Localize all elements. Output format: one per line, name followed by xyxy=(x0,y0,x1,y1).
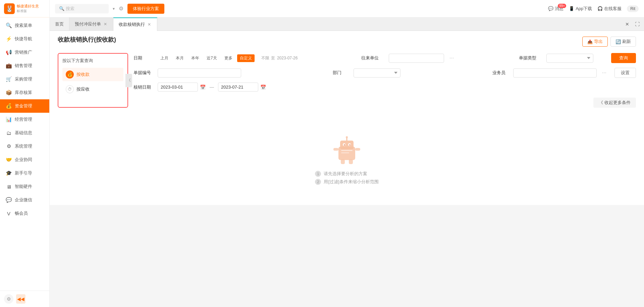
user-avatar[interactable]: Rit xyxy=(627,5,639,12)
verify-date-end-wrap: 2023-07-21 📅 xyxy=(218,83,266,92)
topbar-chevron-icon[interactable]: ▾ xyxy=(113,6,115,11)
svg-rect-10 xyxy=(341,159,345,164)
nav-icon-11: 🎓 xyxy=(5,170,12,176)
close-window-btn[interactable]: ✕ xyxy=(623,20,631,28)
settings-icon[interactable]: ⚙ xyxy=(4,294,13,304)
nav-icon-13: 💬 xyxy=(5,197,12,203)
dept-label: 部门 xyxy=(333,70,350,76)
settings-btn[interactable]: 设置 xyxy=(614,68,636,78)
export-btn[interactable]: 📤 导出 xyxy=(582,37,608,47)
tab-home-label: 首页 xyxy=(55,21,64,27)
maximize-window-btn[interactable]: ⛶ xyxy=(633,20,641,28)
sidebar-item-经营管理[interactable]: 📊 经营管理 xyxy=(0,113,49,126)
sidebar-item-畅会员[interactable]: V 畅会员 xyxy=(0,207,49,220)
collapse-more-btn[interactable]: 《 收起更多条件 xyxy=(593,98,636,108)
tab-home[interactable]: 首页 xyxy=(50,17,69,31)
receipt-icon: 💰 xyxy=(66,70,74,79)
verify-date-label: 核销日期 xyxy=(133,84,154,90)
topbar: 🔍 搜索 ▾ ⚙ 体验行业方案 💬 消息 99+ 📱 App下载 🎧 在线客服 … xyxy=(50,0,644,17)
filter-row-3: 核销日期 2023-03-01 📅 — 2023-07-21 📅 xyxy=(133,83,636,92)
svg-rect-12 xyxy=(341,150,353,151)
counterpart-dots[interactable]: ··· xyxy=(448,55,455,61)
sidebar-item-新手引导[interactable]: 🎓 新手引导 xyxy=(0,166,49,180)
tab-collection-close[interactable]: ✕ xyxy=(147,21,152,28)
sidebar-item-营销推广[interactable]: 📢 营销推广 xyxy=(0,46,49,59)
sidebar-item-采购管理[interactable]: 🛒 采购管理 xyxy=(0,72,49,86)
sidebar-item-快捷导航[interactable]: ⚡ 快捷导航 xyxy=(0,32,49,46)
refresh-icon: 🔄 xyxy=(615,39,621,44)
empty-tips: 1 请先选择要分析的方案 2 用[过滤]条件来缩小分析范围 xyxy=(315,171,378,185)
nav-icon-2: 📢 xyxy=(5,49,12,56)
nav-icon-12: 🖥 xyxy=(5,183,12,190)
sidebar-item-智能硬件[interactable]: 🖥 智能硬件 xyxy=(0,180,49,193)
tab-collection-label: 收款核销执行 xyxy=(119,21,145,28)
sidebar-item-系统管理[interactable]: ⚙ 系统管理 xyxy=(0,140,49,153)
counterpart-input[interactable] xyxy=(389,54,444,63)
svg-point-7 xyxy=(346,136,348,138)
verify-date-end-cal-icon[interactable]: 📅 xyxy=(260,85,266,90)
sidebar-item-企业协同[interactable]: 🤝 企业协同 xyxy=(0,153,49,166)
filter-option-by-receivable[interactable]: ⏱ 按应收 xyxy=(62,83,123,96)
verify-date-start-cal-icon[interactable]: 📅 xyxy=(200,85,206,90)
date-custom-btn[interactable]: 自定义 xyxy=(237,54,255,62)
app-logo: 🐰 畅捷通好生意 标准版 xyxy=(0,0,49,17)
date-range-label: 2023-07-26 xyxy=(277,56,298,60)
salesman-input[interactable] xyxy=(513,68,597,78)
page-title: 收款核销执行(按收款) xyxy=(58,36,116,44)
svg-rect-11 xyxy=(349,159,353,164)
date-label: 日期 xyxy=(133,55,154,61)
sidebar-item-销售管理[interactable]: 💼 销售管理 xyxy=(0,59,49,72)
nav-label-4: 采购管理 xyxy=(15,76,32,82)
bill-no-input[interactable] xyxy=(158,68,241,78)
online-service-btn[interactable]: 🎧 在线客服 xyxy=(597,6,622,12)
filter-sidebar-collapse-btn[interactable]: 《 xyxy=(125,74,132,87)
tab-prepay-close[interactable]: ✕ xyxy=(103,21,108,27)
nav-icon-8: 🗂 xyxy=(5,130,12,136)
nav-label-3: 销售管理 xyxy=(15,63,32,69)
page-content: 收款核销执行(按收款) 📤 导出 🔄 刷新 按以下方案查询 xyxy=(50,31,644,307)
sidebar-collapse-button[interactable]: ◀◀ xyxy=(16,294,25,304)
nav-label-14: 畅会员 xyxy=(15,210,28,216)
date-more-btn[interactable]: 更多 xyxy=(222,54,235,62)
nav-icon-10: 🤝 xyxy=(5,156,12,163)
date-7days-btn[interactable]: 近7天 xyxy=(204,54,220,62)
verify-date-end[interactable]: 2023-07-21 xyxy=(218,83,258,92)
industry-btn[interactable]: 体验行业方案 xyxy=(127,4,164,14)
message-btn[interactable]: 💬 消息 99+ xyxy=(548,6,564,12)
salesman-dots[interactable]: ··· xyxy=(601,70,608,76)
bill-no-label: 单据编号 xyxy=(133,70,154,76)
search-icon: 🔍 xyxy=(59,6,64,11)
app-label: App下载 xyxy=(576,6,592,12)
topbar-search[interactable]: 🔍 搜索 xyxy=(55,4,109,13)
service-label: 在线客服 xyxy=(604,6,622,12)
nav-label-8: 基础信息 xyxy=(15,130,32,136)
nav-icon-0: 🔍 xyxy=(5,22,12,29)
empty-tip-2-text: 用[过滤]条件来缩小分析范围 xyxy=(324,179,378,185)
sidebar-item-库存核算[interactable]: 📦 库存核算 xyxy=(0,86,49,99)
tab-prepay[interactable]: 预付冲应付单 ✕ xyxy=(69,17,113,31)
topbar-right: 💬 消息 99+ 📱 App下载 🎧 在线客服 Rit xyxy=(548,5,639,12)
filter-row-1: 日期 上月 本月 本年 近7天 更多 自定义 不限 至 2023-07 xyxy=(133,53,636,63)
sidebar-item-企业微信[interactable]: 💬 企业微信 xyxy=(0,193,49,207)
refresh-btn[interactable]: 🔄 刷新 xyxy=(610,37,636,47)
query-btn[interactable]: 查询 xyxy=(611,53,636,63)
filter-option-by-receipt[interactable]: 💰 按收款 xyxy=(62,68,123,81)
filter-more-row: 《 收起更多条件 xyxy=(133,98,636,108)
date-this-month-btn[interactable]: 本月 xyxy=(173,54,186,62)
sidebar-item-资金管理[interactable]: 💰 资金管理 xyxy=(0,99,49,113)
sidebar-item-基础信息[interactable]: 🗂 基础信息 xyxy=(0,126,49,140)
topbar-gear-icon[interactable]: ⚙ xyxy=(119,5,123,12)
sidebar-item-搜索菜单[interactable]: 🔍 搜索菜单 xyxy=(0,19,49,32)
app-download-btn[interactable]: 📱 App下载 xyxy=(569,6,592,12)
empty-tip-1: 1 请先选择要分析的方案 xyxy=(315,171,378,177)
date-this-year-btn[interactable]: 本年 xyxy=(189,54,202,62)
tab-collection[interactable]: 收款核销执行 ✕ xyxy=(113,17,157,31)
bill-type-select[interactable] xyxy=(546,54,593,63)
receivable-icon: ⏱ xyxy=(66,85,74,93)
date-last-month-btn[interactable]: 上月 xyxy=(158,54,171,62)
svg-rect-1 xyxy=(340,141,354,149)
logo-icon: 🐰 xyxy=(4,3,15,14)
filter-option-receivable-label: 按应收 xyxy=(76,86,90,92)
dept-select[interactable] xyxy=(354,68,400,78)
verify-date-start[interactable]: 2023-03-01 xyxy=(158,83,198,92)
